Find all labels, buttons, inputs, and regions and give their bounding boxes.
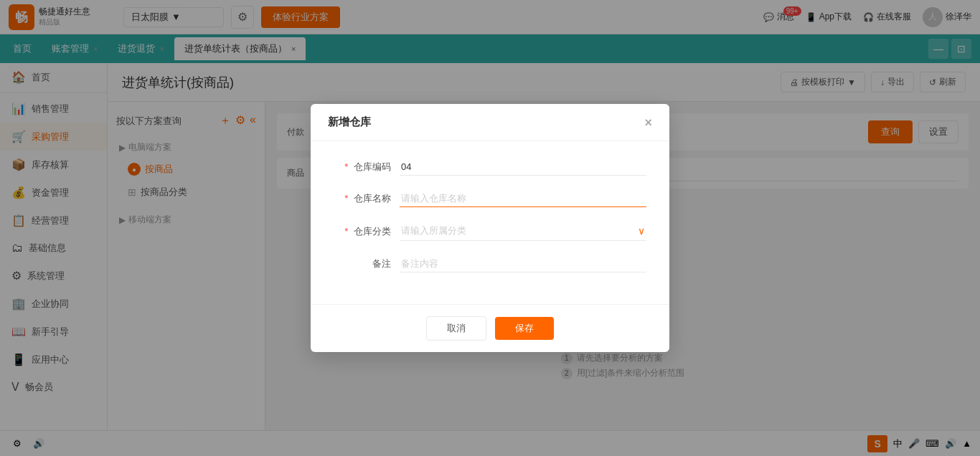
category-chevron-icon: ∨ [638, 225, 645, 237]
warehouse-remark-row: 备注 [334, 255, 646, 272]
remark-label: 备注 [334, 257, 391, 270]
modal-header: 新增仓库 × [311, 104, 669, 141]
add-warehouse-modal: 新增仓库 × * 仓库编码 * 仓库名称 [311, 104, 669, 352]
category-label: * 仓库分类 [334, 225, 391, 238]
modal-title: 新增仓库 [328, 115, 371, 129]
warehouse-name-row: * 仓库名称 [334, 190, 646, 207]
modal-footer: 取消 保存 [311, 304, 669, 352]
warehouse-category-row: * 仓库分类 请输入所属分类 ∨ [334, 222, 646, 241]
modal-body: * 仓库编码 * 仓库名称 * 仓库分类 请输入所属 [311, 141, 669, 304]
save-button[interactable]: 保存 [495, 317, 554, 340]
cancel-button[interactable]: 取消 [426, 316, 486, 341]
warehouse-remark-input[interactable] [400, 255, 646, 272]
warehouse-name-input[interactable] [400, 190, 646, 207]
warehouse-code-row: * 仓库编码 [334, 158, 646, 176]
modal-overlay: 新增仓库 × * 仓库编码 * 仓库名称 [0, 0, 980, 456]
warehouse-category-select[interactable]: 请输入所属分类 ∨ [400, 222, 646, 241]
warehouse-code-input[interactable] [400, 158, 646, 176]
code-label: * 仓库编码 [334, 161, 391, 174]
modal-close-button[interactable]: × [644, 116, 652, 129]
name-label: * 仓库名称 [334, 192, 391, 205]
